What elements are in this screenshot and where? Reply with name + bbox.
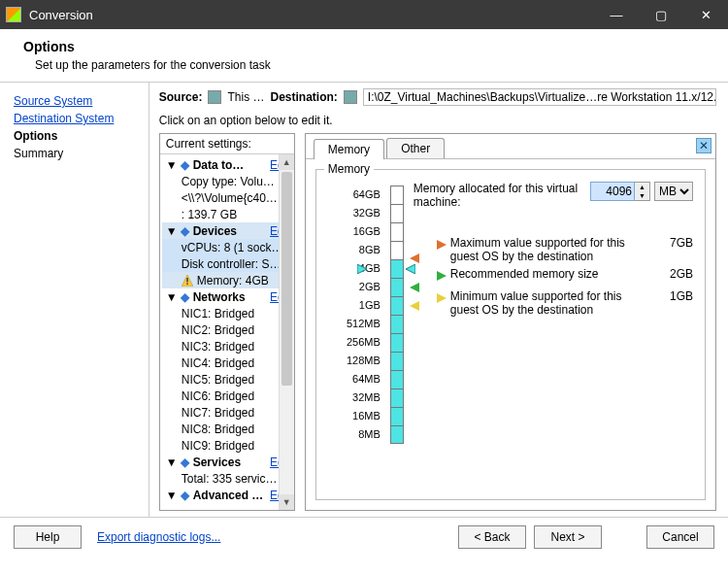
memory-scale-label: 16GB <box>328 222 381 241</box>
tree-item[interactable]: Memory: 4GB <box>162 272 294 288</box>
memory-bar-segment <box>390 278 404 296</box>
tree-group[interactable]: ▼◆Data to…Edit <box>162 156 294 173</box>
memory-max-text: Maximum value supported for this guest O… <box>450 236 654 263</box>
memory-scale-label: 1GB <box>328 296 381 315</box>
memory-min-row: Minimum value supported for this guest O… <box>437 289 693 317</box>
memory-bar-segment <box>390 241 404 259</box>
memory-scale-label: 16MB <box>328 407 381 425</box>
warning-icon <box>182 275 193 287</box>
memory-marker <box>408 282 419 295</box>
tree-item[interactable]: NIC9: Bridged <box>162 437 294 454</box>
svg-marker-5 <box>410 253 419 263</box>
destination-value: I:\0Z_Virtual_Machines\Backups\Virtualiz… <box>363 88 716 106</box>
memory-marker <box>408 253 419 266</box>
tree-group[interactable]: ▼◆NetworksEdit <box>162 288 294 305</box>
memory-marker <box>408 300 419 314</box>
titlebar: Conversion — ▢ ✕ <box>0 0 728 29</box>
tree-item[interactable]: NIC6: Bridged <box>162 388 294 404</box>
memory-alloc-stepper[interactable]: ▲▼ <box>635 182 650 201</box>
wizard-nav: Source System Destination System Options… <box>0 83 149 517</box>
memory-alloc-unit[interactable]: MB <box>654 182 693 201</box>
close-button[interactable]: ✕ <box>683 0 728 29</box>
svg-marker-10 <box>437 293 447 303</box>
tree-group[interactable]: ▼◆DevicesEdit <box>162 222 294 239</box>
tree-header: Current settings: <box>160 134 294 154</box>
memory-bar-segment <box>390 204 404 222</box>
memory-scale-label: 64GB <box>328 186 381 204</box>
memory-min-value: 1GB <box>654 289 693 303</box>
memory-bar-segment <box>390 388 404 407</box>
source-dest-row: Source: This … Destination: I:\0Z_Virtua… <box>159 88 716 106</box>
memory-scale-label: 8MB <box>328 425 381 444</box>
tree-item[interactable]: : 139.7 GB <box>162 206 294 222</box>
tree-item[interactable]: Total: 335 servic… <box>162 470 294 487</box>
export-logs-link[interactable]: Export diagnostic logs... <box>97 530 220 544</box>
tree-group[interactable]: ▼◆Advanced …Edit <box>162 487 294 503</box>
tree-item[interactable]: NIC5: Bridged <box>162 371 294 388</box>
tree-item[interactable]: Copy type: Volu… <box>162 173 294 189</box>
memory-scale: 64GB32GB16GB8GB4GB2GB1GB512MB256MB128MB6… <box>328 186 386 444</box>
tree-scrollbar[interactable]: ▲▼ <box>279 154 294 510</box>
tree-item[interactable]: NIC1: Bridged <box>162 305 294 321</box>
panel-close-icon[interactable]: ✕ <box>696 138 711 153</box>
nav-destination-system[interactable]: Destination System <box>14 110 143 127</box>
tree-item[interactable]: NIC4: Bridged <box>162 355 294 371</box>
hint-text: Click on an option below to edit it. <box>159 114 716 127</box>
next-button[interactable]: Next > <box>534 525 602 549</box>
memory-max-value: 7GB <box>654 236 693 250</box>
tree-item[interactable]: NIC8: Bridged <box>162 421 294 437</box>
nav-source-system[interactable]: Source System <box>14 92 143 110</box>
memory-bar-segment <box>390 315 404 333</box>
source-icon <box>208 90 221 104</box>
memory-scale-label: 256MB <box>328 333 381 352</box>
destination-label: Destination: <box>270 90 337 104</box>
svg-rect-2 <box>186 283 187 285</box>
memory-scale-label: 32GB <box>328 204 381 222</box>
maximize-button[interactable]: ▢ <box>639 0 683 29</box>
page-title: Options <box>23 39 712 54</box>
tree-item[interactable]: NIC3: Bridged <box>162 338 294 355</box>
tab-other[interactable]: Other <box>386 138 445 158</box>
memory-bar-segment <box>390 333 404 352</box>
window-title: Conversion <box>29 8 594 22</box>
minimize-button[interactable]: — <box>594 0 639 29</box>
svg-marker-7 <box>410 301 419 311</box>
page-header: Options Set up the parameters for the co… <box>0 29 728 83</box>
memory-alloc-input[interactable] <box>590 182 635 201</box>
svg-marker-9 <box>437 271 447 281</box>
source-value: This … <box>227 90 264 104</box>
app-icon <box>6 7 21 22</box>
memory-bar-segment <box>390 352 404 370</box>
tree-item[interactable]: Disk controller: S… <box>162 255 294 272</box>
detail-panel: Memory Other ✕ Memory Memory allocated f… <box>305 133 716 511</box>
memory-alloc-input-group: ▲▼ MB <box>590 182 693 201</box>
tree-group[interactable]: ▼◆ServicesEdit <box>162 454 294 470</box>
destination-icon <box>344 90 357 104</box>
cancel-button[interactable]: Cancel <box>646 525 714 549</box>
nav-options[interactable]: Options <box>14 127 143 145</box>
svg-marker-6 <box>410 283 419 292</box>
page-subtitle: Set up the parameters for the conversion… <box>35 58 712 72</box>
footer: Help Export diagnostic logs... < Back Ne… <box>0 517 728 556</box>
memory-rec-row: Recommended memory size 2GB <box>437 267 693 286</box>
memory-max-row: Maximum value supported for this guest O… <box>437 236 693 263</box>
memory-bar-segment <box>390 222 404 241</box>
memory-rec-text: Recommended memory size <box>450 267 654 281</box>
svg-marker-8 <box>437 240 447 250</box>
tree-item[interactable]: NIC7: Bridged <box>162 404 294 421</box>
help-button[interactable]: Help <box>14 525 82 549</box>
memory-min-text: Minimum value supported for this guest O… <box>450 289 654 317</box>
tree-item[interactable]: NIC2: Bridged <box>162 321 294 338</box>
tree-item[interactable]: vCPUs: 8 (1 sock… <box>162 239 294 255</box>
nav-summary[interactable]: Summary <box>14 145 143 162</box>
memory-bar[interactable] <box>386 186 408 444</box>
tab-memory[interactable]: Memory <box>314 139 384 159</box>
memory-bar-segment <box>390 186 404 204</box>
memory-alloc-label: Memory allocated for this virtual machin… <box>414 182 580 209</box>
back-button[interactable]: < Back <box>458 525 526 549</box>
tree-item[interactable]: <\\?\Volume{c40… <box>162 189 294 206</box>
memory-bar-segment <box>390 296 404 315</box>
memory-bar-segment <box>390 370 404 388</box>
settings-tree: Current settings: ▼◆Data to…EditCopy typ… <box>159 133 295 511</box>
memory-bar-segment <box>390 407 404 425</box>
